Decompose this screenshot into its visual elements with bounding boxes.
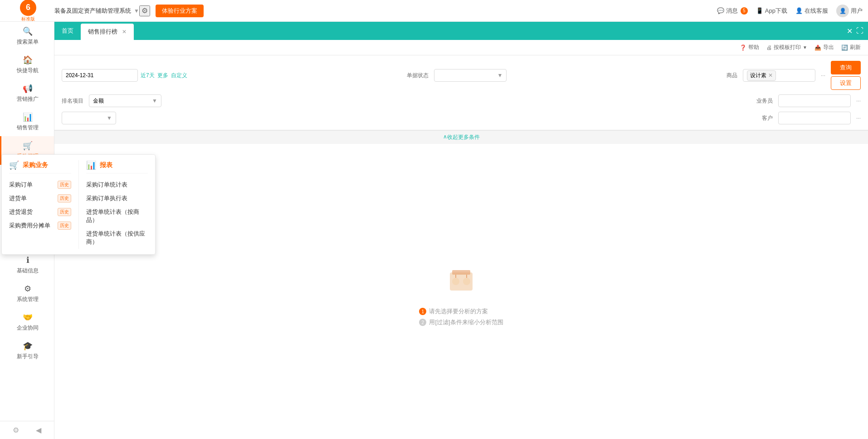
tab-home[interactable]: 首页 — [54, 22, 81, 40]
sidebar-item-purchase[interactable]: 🛒 采购管理 🛒 采购业务 采购订单 历史 进货单 历史 — [0, 136, 54, 165]
logo-sub-label: 标准版 — [21, 16, 35, 22]
customer-more-icon[interactable]: ··· — [856, 115, 861, 121]
dept-dropdown-icon: ▼ — [107, 115, 112, 121]
customer-input[interactable] — [778, 112, 851, 124]
export-button[interactable]: 📤 导出 — [814, 44, 834, 51]
query-settings-group: 查询 设置 — [831, 61, 861, 90]
salesperson-input[interactable] — [778, 94, 851, 107]
message-label: 消息 — [726, 7, 738, 15]
purchase-col-title: 采购业务 — [23, 161, 48, 169]
solution-button[interactable]: 体验行业方案 — [156, 5, 204, 17]
sidebar-settings-button[interactable]: ⚙ — [13, 426, 19, 434]
filter-row-1: 近7天 更多 自定义 单据状态 ▼ 商品 设计素 — [62, 61, 861, 90]
message-badge: 5 — [741, 7, 748, 15]
salesperson-label: 业务员 — [756, 97, 773, 105]
sidebar-item-search[interactable]: 🔍 搜索菜单 — [0, 22, 54, 50]
purchase-col-header: 🛒 采购业务 — [9, 160, 71, 173]
filter-row-3: ▼ 客户 ··· — [62, 112, 861, 124]
page-content: ❓ 帮助 🖨 按模板打印 ▼ 📤 导出 🔄 刷新 — [54, 40, 868, 439]
print-button[interactable]: 🖨 按模板打印 ▼ — [766, 44, 807, 51]
message-button[interactable]: 💬 消息 5 — [717, 7, 748, 15]
settings-button[interactable]: 设置 — [831, 76, 861, 90]
topbar-settings-button[interactable]: ⚙ — [139, 5, 150, 16]
avatar: 👤 — [836, 5, 849, 17]
goods-tag-close[interactable]: ✕ — [768, 72, 773, 79]
export-icon: 📤 — [814, 44, 821, 51]
incoming-order-item[interactable]: 进货单 历史 — [9, 192, 71, 205]
tab-fullscreen-button[interactable]: ⛶ — [856, 27, 863, 35]
query-button[interactable]: 查询 — [831, 61, 861, 74]
purchase-order-stat-label: 采购订单统计表 — [86, 181, 127, 189]
salesperson-more-icon[interactable]: ··· — [856, 98, 861, 104]
document-status-input[interactable]: ▼ — [434, 69, 507, 82]
online-service-button[interactable]: 👤 在线客服 — [795, 7, 828, 15]
purchase-order-exec-label: 采购订单执行表 — [86, 194, 127, 202]
topbar-system: 装备及固定资产辅助管理系统 ▼ ⚙ 体验行业方案 — [54, 5, 717, 17]
purchase-order-label: 采购订单 — [9, 181, 33, 189]
purchase-order-item[interactable]: 采购订单 历史 — [9, 178, 71, 192]
purchase-col-icon: 🛒 — [9, 160, 19, 170]
purchase-order-stat-item[interactable]: 采购订单统计表 — [86, 178, 148, 192]
incoming-stat-supplier-label: 进货单统计表（按供应商） — [86, 230, 148, 246]
sidebar-item-quick-nav[interactable]: 🏠 快捷导航 — [0, 50, 54, 79]
tab-sales-rank[interactable]: 销售排行榜 ✕ — [81, 24, 134, 40]
tabbar: 首页 销售排行榜 ✕ ✕ ⛶ — [54, 22, 868, 40]
sidebar-item-basic[interactable]: ℹ 基础信息 — [0, 251, 54, 279]
date-custom[interactable]: 自定义 — [171, 72, 187, 79]
sidebar: 🔍 搜索菜单 🏠 快捷导航 📢 营销推广 📊 销售管理 🛒 采购管理 🛒 采购业… — [0, 22, 54, 439]
topbar-right: 💬 消息 5 📱 App下载 👤 在线客服 👤 用户 — [717, 5, 863, 17]
refresh-button[interactable]: 🔄 刷新 — [841, 44, 861, 51]
date-filter: 近7天 更多 自定义 — [62, 69, 187, 82]
basic-icon: ℹ — [26, 255, 29, 265]
date-start-input[interactable] — [62, 69, 138, 82]
tab-close-button[interactable]: ✕ — [847, 27, 853, 35]
date-7days[interactable]: 近7天 — [141, 72, 155, 79]
sidebar-item-cooperation[interactable]: 🤝 企业协同 — [0, 308, 54, 336]
rank-input[interactable]: 金额 ▼ — [89, 94, 161, 107]
incoming-stat-goods-item[interactable]: 进货单统计表（按商品） — [86, 205, 148, 227]
content-area: 首页 销售排行榜 ✕ ✕ ⛶ ❓ 帮助 🖨 按模板打 — [54, 22, 868, 439]
dept-input[interactable]: ▼ — [62, 112, 116, 124]
goods-label: 商品 — [727, 72, 737, 79]
empty-step-2: 2 用[过滤]条件来缩小分析范围 — [419, 318, 503, 326]
date-more[interactable]: 更多 — [157, 72, 168, 79]
goods-tag-text: 设计素 — [750, 72, 766, 79]
export-label: 导出 — [823, 44, 834, 51]
step-2-dot: 2 — [419, 319, 426, 326]
sidebar-bottom: ⚙ ◀ — [0, 421, 54, 439]
system-dropdown-icon[interactable]: ▼ — [134, 8, 139, 14]
user-label: 用户 — [851, 7, 863, 15]
sidebar-item-sales[interactable]: 📊 销售管理 — [0, 108, 54, 136]
customer-label: 客户 — [762, 114, 773, 122]
report-col-title: 报表 — [100, 161, 112, 169]
goods-input[interactable]: 设计素 ✕ — [743, 69, 815, 82]
filter-bar: 近7天 更多 自定义 单据状态 ▼ 商品 设计素 — [54, 55, 868, 130]
svg-point-5 — [463, 278, 470, 285]
logo: 6 标准版 — [5, 0, 51, 22]
main-layout: 🔍 搜索菜单 🏠 快捷导航 📢 营销推广 📊 销售管理 🛒 采购管理 🛒 采购业… — [0, 22, 868, 439]
empty-step-1: 1 请先选择要分析的方案 — [419, 307, 503, 316]
sidebar-item-label: 销售管理 — [17, 124, 39, 132]
purchase-order-exec-item[interactable]: 采购订单执行表 — [86, 192, 148, 205]
service-icon: 👤 — [795, 7, 803, 14]
system-icon: ⚙ — [24, 284, 31, 294]
search-icon: 🔍 — [23, 26, 33, 36]
help-button[interactable]: ❓ 帮助 — [740, 44, 759, 51]
refresh-label: 刷新 — [850, 44, 861, 51]
goods-more-icon[interactable]: ··· — [821, 72, 825, 79]
sidebar-item-marketing[interactable]: 📢 营销推广 — [0, 79, 54, 108]
sidebar-collapse-button[interactable]: ◀ — [36, 426, 41, 434]
tab-close-icon[interactable]: ✕ — [122, 29, 127, 35]
incoming-return-item[interactable]: 进货退货 历史 — [9, 205, 71, 219]
app-download-button[interactable]: 📱 App下载 — [756, 7, 787, 15]
collapse-icon: ∧ — [443, 133, 447, 141]
collapse-button[interactable]: ∧ 收起更多条件 — [54, 130, 868, 144]
sidebar-item-newbie[interactable]: 🎓 新手引导 — [0, 336, 54, 365]
sidebar-item-system[interactable]: ⚙ 系统管理 — [0, 279, 54, 308]
incoming-stat-supplier-item[interactable]: 进货单统计表（按供应商） — [86, 227, 148, 249]
user-menu[interactable]: 👤 用户 — [836, 5, 863, 17]
purchase-expense-item[interactable]: 采购费用分摊单 历史 — [9, 219, 71, 232]
print-icon: 🖨 — [766, 44, 772, 51]
document-status-label: 单据状态 — [407, 72, 429, 79]
app-download-label: App下载 — [765, 7, 787, 15]
